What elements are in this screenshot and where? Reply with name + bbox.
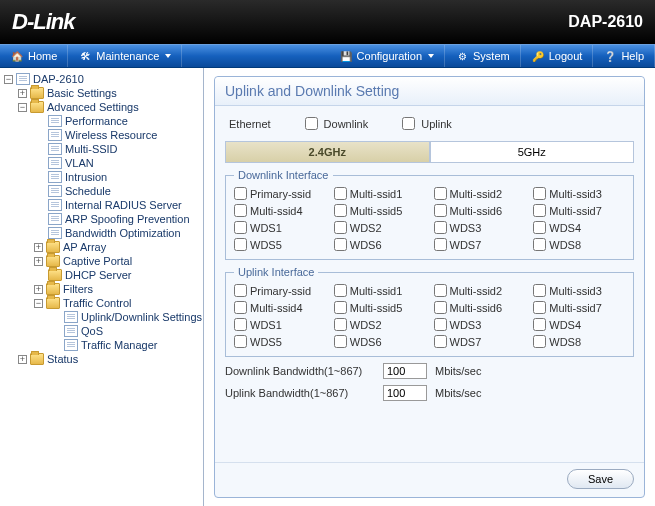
downlink-bw-input[interactable]	[383, 363, 427, 379]
dl-wds4[interactable]: WDS4	[533, 221, 625, 234]
tree-basic-settings[interactable]: + Basic Settings	[2, 86, 201, 100]
page-icon	[48, 227, 62, 239]
ul-multi-ssid7[interactable]: Multi-ssid7	[533, 301, 625, 314]
ul-multi-ssid5[interactable]: Multi-ssid5	[334, 301, 426, 314]
uplink-interface-group: Uplink Interface Primary-ssid Multi-ssid…	[225, 266, 634, 357]
menu-configuration-label: Configuration	[357, 50, 422, 62]
dl-wds2[interactable]: WDS2	[334, 221, 426, 234]
brand-logo: D-Link	[12, 9, 74, 35]
tree-root[interactable]: − DAP-2610	[2, 72, 201, 86]
tree-uplink-downlink[interactable]: Uplink/Downlink Settings	[2, 310, 201, 324]
dl-multi-ssid5[interactable]: Multi-ssid5	[334, 204, 426, 217]
tree-radius[interactable]: Internal RADIUS Server	[2, 198, 201, 212]
tree-advanced-settings[interactable]: − Advanced Settings	[2, 100, 201, 114]
ul-wds3[interactable]: WDS3	[434, 318, 526, 331]
dl-wds8[interactable]: WDS8	[533, 238, 625, 251]
menu-logout-label: Logout	[549, 50, 583, 62]
tree-traffic-manager[interactable]: Traffic Manager	[2, 338, 201, 352]
expand-icon[interactable]: +	[34, 243, 43, 252]
dl-primary-ssid[interactable]: Primary-ssid	[234, 187, 326, 200]
downlink-checkbox[interactable]	[305, 117, 318, 130]
page-icon	[48, 171, 62, 183]
dl-multi-ssid4[interactable]: Multi-ssid4	[234, 204, 326, 217]
dl-wds6[interactable]: WDS6	[334, 238, 426, 251]
expand-icon[interactable]: +	[34, 257, 43, 266]
tree-status[interactable]: +Status	[2, 352, 201, 366]
menu-home[interactable]: 🏠 Home	[0, 45, 68, 67]
page-icon	[48, 199, 62, 211]
ul-multi-ssid2[interactable]: Multi-ssid2	[434, 284, 526, 297]
collapse-icon[interactable]: −	[34, 299, 43, 308]
tree-wireless-resource[interactable]: Wireless Resource	[2, 128, 201, 142]
collapse-icon[interactable]: −	[4, 75, 13, 84]
ul-wds7[interactable]: WDS7	[434, 335, 526, 348]
tools-icon: 🛠	[78, 49, 92, 63]
dl-multi-ssid3[interactable]: Multi-ssid3	[533, 187, 625, 200]
ul-wds5[interactable]: WDS5	[234, 335, 326, 348]
tree-multi-ssid[interactable]: Multi-SSID	[2, 142, 201, 156]
dl-wds5[interactable]: WDS5	[234, 238, 326, 251]
tab-24ghz[interactable]: 2.4GHz	[225, 141, 430, 163]
uplink-checkbox[interactable]	[402, 117, 415, 130]
save-button[interactable]: Save	[567, 469, 634, 489]
menu-home-label: Home	[28, 50, 57, 62]
dl-wds7[interactable]: WDS7	[434, 238, 526, 251]
menu-maintenance[interactable]: 🛠 Maintenance	[68, 45, 182, 67]
tree-intrusion[interactable]: Intrusion	[2, 170, 201, 184]
tree-root-label: DAP-2610	[33, 73, 84, 85]
dl-multi-ssid6[interactable]: Multi-ssid6	[434, 204, 526, 217]
page-icon	[64, 311, 78, 323]
dl-wds1[interactable]: WDS1	[234, 221, 326, 234]
ul-multi-ssid3[interactable]: Multi-ssid3	[533, 284, 625, 297]
menu-configuration[interactable]: 💾 Configuration	[329, 45, 445, 67]
ul-wds1[interactable]: WDS1	[234, 318, 326, 331]
dl-multi-ssid2[interactable]: Multi-ssid2	[434, 187, 526, 200]
system-icon: ⚙	[455, 49, 469, 63]
tree-vlan[interactable]: VLAN	[2, 156, 201, 170]
ul-multi-ssid6[interactable]: Multi-ssid6	[434, 301, 526, 314]
page-icon	[48, 143, 62, 155]
menu-logout[interactable]: 🔑 Logout	[521, 45, 594, 67]
menu-help[interactable]: ❔ Help	[593, 45, 655, 67]
ul-wds8[interactable]: WDS8	[533, 335, 625, 348]
menu-bar: 🏠 Home 🛠 Maintenance 💾 Configuration ⚙ S…	[0, 44, 655, 68]
dl-multi-ssid1[interactable]: Multi-ssid1	[334, 187, 426, 200]
device-icon	[16, 73, 30, 85]
folder-icon	[46, 241, 60, 253]
page-icon	[64, 339, 78, 351]
expand-icon[interactable]: +	[18, 355, 27, 364]
tab-5ghz[interactable]: 5GHz	[430, 141, 635, 163]
downlink-checkbox-row[interactable]: Downlink	[301, 114, 369, 133]
dl-wds3[interactable]: WDS3	[434, 221, 526, 234]
tree-ap-array[interactable]: +AP Array	[2, 240, 201, 254]
dl-multi-ssid7[interactable]: Multi-ssid7	[533, 204, 625, 217]
tree-dhcp-server[interactable]: DHCP Server	[2, 268, 201, 282]
menu-system-label: System	[473, 50, 510, 62]
page-icon	[48, 129, 62, 141]
ul-wds2[interactable]: WDS2	[334, 318, 426, 331]
tree-schedule[interactable]: Schedule	[2, 184, 201, 198]
expand-icon[interactable]: +	[34, 285, 43, 294]
folder-icon	[30, 101, 44, 113]
tree-bandwidth-opt[interactable]: Bandwidth Optimization	[2, 226, 201, 240]
tree-performance[interactable]: Performance	[2, 114, 201, 128]
ul-primary-ssid[interactable]: Primary-ssid	[234, 284, 326, 297]
expand-icon[interactable]: +	[18, 89, 27, 98]
menu-system[interactable]: ⚙ System	[445, 45, 521, 67]
collapse-icon[interactable]: −	[18, 103, 27, 112]
ul-multi-ssid1[interactable]: Multi-ssid1	[334, 284, 426, 297]
tree-captive-portal[interactable]: +Captive Portal	[2, 254, 201, 268]
folder-icon	[30, 353, 44, 365]
folder-icon	[48, 269, 62, 281]
uplink-checkbox-row[interactable]: Uplink	[398, 114, 452, 133]
chevron-down-icon	[428, 54, 434, 58]
tree-traffic-control[interactable]: −Traffic Control	[2, 296, 201, 310]
home-icon: 🏠	[10, 49, 24, 63]
ul-multi-ssid4[interactable]: Multi-ssid4	[234, 301, 326, 314]
tree-arp[interactable]: ARP Spoofing Prevention	[2, 212, 201, 226]
ul-wds4[interactable]: WDS4	[533, 318, 625, 331]
tree-filters[interactable]: +Filters	[2, 282, 201, 296]
ul-wds6[interactable]: WDS6	[334, 335, 426, 348]
tree-qos[interactable]: QoS	[2, 324, 201, 338]
uplink-bw-input[interactable]	[383, 385, 427, 401]
